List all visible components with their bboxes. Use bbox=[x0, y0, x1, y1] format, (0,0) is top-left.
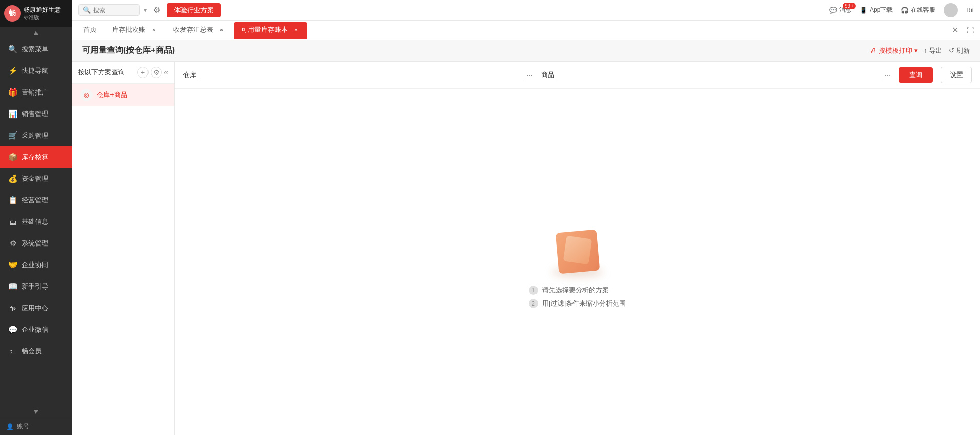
topbar-actions: 💬 消息 99+ 📱 App下载 🎧 在线客服 Rit bbox=[829, 3, 974, 17]
tabsbar: 首页 库存批次账 × 收发存汇总表 × 可用量库存账本 × ✕ ⛶ bbox=[72, 21, 980, 40]
gift-icon: 🎁 bbox=[8, 88, 17, 97]
sidebar: 畅 畅康通好生意 标准版 ▲ 🔍 搜索菜单 ⚡ 快捷导航 🎁 营销推广 📊 销售… bbox=[0, 0, 72, 435]
search-icon: 🔍 bbox=[8, 45, 17, 54]
tabsbar-expand-icon[interactable]: ⛶ bbox=[965, 25, 976, 35]
sidebar-item-label: 经营管理 bbox=[22, 196, 48, 205]
industry-solution-button[interactable]: 体验行业方案 bbox=[167, 3, 221, 17]
sidebar-item-appstore[interactable]: 🛍 应用中心 bbox=[0, 297, 72, 319]
export-icon: ↑ bbox=[924, 47, 928, 54]
sidebar-item-label: 基础信息 bbox=[22, 217, 48, 226]
sidebar-header: 畅 畅康通好生意 标准版 bbox=[0, 0, 72, 27]
message-button[interactable]: 💬 消息 99+ bbox=[829, 6, 852, 14]
topbar-search-box[interactable]: 🔍 bbox=[78, 4, 140, 16]
tab-batch-close[interactable]: × bbox=[150, 26, 158, 34]
search-input[interactable] bbox=[93, 7, 134, 14]
clipboard-icon: 📋 bbox=[8, 196, 17, 205]
empty-hint-2: 2 用[过滤]条件来缩小分析范围 bbox=[529, 299, 626, 308]
refresh-icon: ↺ bbox=[949, 47, 954, 54]
warehouse-input[interactable] bbox=[200, 69, 523, 81]
cart-icon: 🛒 bbox=[8, 131, 17, 140]
page-title: 可用量查询(按仓库+商品) bbox=[82, 45, 175, 56]
empty-state: 1 请先选择要分析的方案 2 用[过滤]条件来缩小分析范围 bbox=[175, 89, 980, 435]
empty-hints: 1 请先选择要分析的方案 2 用[过滤]条件来缩小分析范围 bbox=[529, 286, 626, 308]
sidebar-footer[interactable]: 👤 账号 bbox=[0, 418, 72, 435]
tab-batch-label: 库存批次账 bbox=[112, 25, 145, 34]
scheme-collapse-button[interactable]: « bbox=[164, 68, 168, 77]
sidebar-scroll-down[interactable]: ▼ bbox=[0, 406, 72, 418]
money-icon: 💰 bbox=[8, 174, 17, 183]
product-label: 商品 bbox=[541, 70, 554, 80]
sidebar-item-operations[interactable]: 📋 经营管理 bbox=[0, 190, 72, 211]
refresh-button[interactable]: ↺ 刷新 bbox=[949, 46, 970, 55]
sidebar-nav: 🔍 搜索菜单 ⚡ 快捷导航 🎁 营销推广 📊 销售管理 🛒 采购管理 📦 库存核… bbox=[0, 39, 72, 406]
tab-summary-close[interactable]: × bbox=[217, 26, 226, 34]
tab-available-label: 可用量库存账本 bbox=[241, 25, 288, 34]
sidebar-title-block: 畅康通好生意 标准版 bbox=[24, 6, 61, 22]
sidebar-item-enterprise[interactable]: 🤝 企业协同 bbox=[0, 254, 72, 276]
sidebar-item-guide[interactable]: 📖 新手引导 bbox=[0, 276, 72, 297]
tab-summary[interactable]: 收发存汇总表 × bbox=[166, 22, 233, 39]
sidebar-item-sales[interactable]: 📊 销售管理 bbox=[0, 103, 72, 125]
folder-icon: 🗂 bbox=[8, 218, 17, 226]
query-button[interactable]: 查询 bbox=[899, 67, 933, 83]
sidebar-item-label: 销售管理 bbox=[22, 109, 48, 119]
print-button[interactable]: 🖨 按模板打印 ▾ bbox=[870, 46, 918, 55]
sidebar-scroll-up[interactable]: ▲ bbox=[0, 27, 72, 39]
tabsbar-close-icon[interactable]: ✕ bbox=[950, 24, 960, 36]
product-input[interactable] bbox=[559, 69, 881, 81]
wechat-icon: 💬 bbox=[8, 325, 17, 334]
customer-service-button[interactable]: 🎧 在线客服 bbox=[901, 6, 935, 14]
scheme-add-button[interactable]: + bbox=[137, 67, 149, 78]
sidebar-item-basic[interactable]: 🗂 基础信息 bbox=[0, 211, 72, 233]
tab-available[interactable]: 可用量库存账本 × bbox=[234, 22, 307, 39]
hint-2-label: 用[过滤]条件来缩小分析范围 bbox=[542, 299, 626, 308]
print-label: 按模板打印 bbox=[879, 46, 912, 55]
sidebar-item-quicknav[interactable]: ⚡ 快捷导航 bbox=[0, 60, 72, 82]
message-icon: 💬 bbox=[829, 7, 837, 14]
sidebar-item-member[interactable]: 🏷 畅会员 bbox=[0, 341, 72, 362]
sidebar-item-search[interactable]: 🔍 搜索菜单 bbox=[0, 39, 72, 60]
app-download-button[interactable]: 📱 App下载 bbox=[860, 6, 893, 14]
sidebar-item-label: 库存核算 bbox=[22, 153, 48, 162]
sidebar-item-system[interactable]: ⚙ 系统管理 bbox=[0, 233, 72, 254]
sidebar-item-label: 企业微信 bbox=[22, 325, 48, 334]
gear-icon: ⚙ bbox=[8, 239, 17, 248]
scheme-settings-button[interactable]: ⚙ bbox=[151, 67, 162, 78]
warehouse-field: 仓库 ··· bbox=[183, 69, 533, 81]
sidebar-item-marketing[interactable]: 🎁 营销推广 bbox=[0, 82, 72, 103]
avatar bbox=[944, 3, 958, 17]
chart-icon: 📊 bbox=[8, 109, 17, 119]
sidebar-item-purchase[interactable]: 🛒 采购管理 bbox=[0, 125, 72, 146]
book-icon: 📖 bbox=[8, 282, 17, 291]
headphone-icon: 🎧 bbox=[901, 7, 909, 14]
tab-available-close[interactable]: × bbox=[292, 26, 300, 34]
hint-1-label: 请先选择要分析的方案 bbox=[542, 286, 609, 295]
tab-summary-label: 收发存汇总表 bbox=[173, 25, 213, 34]
topbar-app-label: App下载 bbox=[870, 6, 893, 14]
sidebar-item-inventory[interactable]: 📦 库存核算 bbox=[0, 146, 72, 168]
query-bar: 仓库 ··· 商品 ··· 查询 设置 bbox=[175, 62, 980, 89]
chevron-down-icon[interactable]: ▾ bbox=[144, 7, 147, 14]
scheme-header: 按以下方案查询 + ⚙ « bbox=[72, 62, 174, 84]
topbar-service-label: 在线客服 bbox=[911, 6, 935, 14]
box-icon: 📦 bbox=[8, 153, 17, 162]
tab-batch[interactable]: 库存批次账 × bbox=[105, 22, 165, 39]
sidebar-item-label: 企业协同 bbox=[22, 260, 48, 270]
tabsbar-end: ✕ ⛶ bbox=[950, 24, 976, 36]
sidebar-logo: 畅 bbox=[4, 5, 21, 22]
tab-home[interactable]: 首页 bbox=[76, 22, 104, 39]
query-panel: 仓库 ··· 商品 ··· 查询 设置 bbox=[175, 62, 980, 435]
query-settings-button[interactable]: 设置 bbox=[941, 67, 972, 83]
product-more-button[interactable]: ··· bbox=[884, 71, 891, 79]
sidebar-item-wechat[interactable]: 💬 企业微信 bbox=[0, 319, 72, 341]
scheme-panel: 按以下方案查询 + ⚙ « ◎ 仓库+商品 bbox=[72, 62, 175, 435]
export-button[interactable]: ↑ 导出 bbox=[924, 46, 943, 55]
username-label[interactable]: Rit bbox=[966, 7, 974, 14]
sidebar-subtitle: 标准版 bbox=[24, 14, 61, 21]
printer-icon: 🖨 bbox=[870, 47, 877, 54]
scheme-item-warehouse-product[interactable]: ◎ 仓库+商品 bbox=[72, 84, 174, 106]
gear-icon[interactable]: ⚙ bbox=[151, 3, 162, 17]
warehouse-more-button[interactable]: ··· bbox=[527, 71, 533, 79]
sidebar-item-finance[interactable]: 💰 资金管理 bbox=[0, 168, 72, 190]
page-header: 可用量查询(按仓库+商品) 🖨 按模板打印 ▾ ↑ 导出 ↺ 刷新 bbox=[72, 40, 980, 62]
